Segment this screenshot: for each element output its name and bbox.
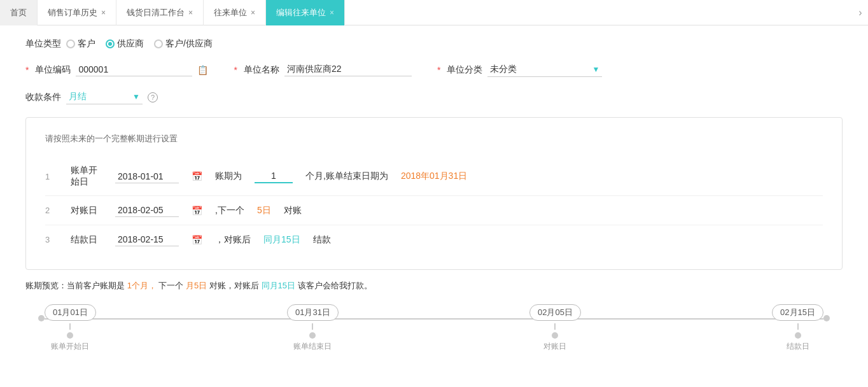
tab-partner-label: 往来单位 xyxy=(214,7,247,18)
row-3-suffix-rest: 结款 xyxy=(313,234,331,246)
row-2-suffix-day: 5日 xyxy=(257,205,271,216)
radio-both[interactable]: 客户/供应商 xyxy=(154,38,213,50)
row-3-num: 3 xyxy=(45,235,58,244)
preview-period-suffix: 下一个 xyxy=(158,281,183,290)
unit-name-required: * xyxy=(234,65,237,75)
radio-supplier-circle xyxy=(106,39,115,48)
tab-partner[interactable]: 往来单位 × xyxy=(204,0,266,25)
timeline-label-1: 账单开始日 xyxy=(51,341,89,352)
row-1-period-label: 账期为 xyxy=(215,171,242,182)
timeline-connector-4 xyxy=(797,323,799,330)
timeline-bubble-1: 01月01日 xyxy=(45,304,96,321)
settings-row-2: 2 对账日 📅 ,下一个 5日 对账 xyxy=(45,196,823,225)
preview-text: 账期预览：当前客户账期是 1个月， 下一个 月5日 对账，对账后 同月15日 该… xyxy=(25,280,843,292)
timeline-connector-2 xyxy=(312,323,313,330)
payment-terms-field: 收款条件 月结 ▼ ? xyxy=(25,90,158,104)
tabs-arrow[interactable]: › xyxy=(853,7,868,18)
timeline-connector-1 xyxy=(69,323,71,330)
tab-partner-close[interactable]: × xyxy=(251,8,255,17)
payment-terms-value: 月结 xyxy=(69,91,132,102)
timeline-dot-3 xyxy=(552,332,558,339)
timeline-label-4: 结款日 xyxy=(787,341,809,352)
unit-type-radio-group: 客户 供应商 客户/供应商 xyxy=(66,38,213,50)
unit-name-input[interactable] xyxy=(284,63,412,76)
row-3-suffix-day: 同月15日 xyxy=(263,234,300,246)
unit-type-label: 单位类型 xyxy=(25,38,61,50)
settings-box: 请按照未来的一个完整帐期进行设置 1 账单开始日 📅 账期为 个月,账单结束日期… xyxy=(25,117,843,270)
unit-category-required: * xyxy=(437,65,440,75)
unit-category-label: 单位分类 xyxy=(447,64,482,76)
payment-terms-dropdown[interactable]: 月结 ▼ xyxy=(66,90,143,104)
tab-sales-history-label: 销售订单历史 xyxy=(48,7,97,18)
settings-row-3: 3 结款日 📅 ，对账后 同月15日 结款 xyxy=(45,225,823,254)
tab-edit-partner-close[interactable]: × xyxy=(330,8,334,17)
radio-supplier[interactable]: 供应商 xyxy=(106,38,144,50)
tab-sales-history[interactable]: 销售订单历史 × xyxy=(38,0,116,25)
row-3-date-input[interactable] xyxy=(115,233,179,246)
row-2-type: 对账日 xyxy=(71,205,102,216)
radio-customer-label: 客户 xyxy=(78,38,95,50)
unit-category-value: 未分类 xyxy=(490,64,592,75)
tab-home-label: 首页 xyxy=(10,7,27,18)
unit-info-row: * 单位编码 📋 * 单位名称 * 单位分类 未分类 ▼ xyxy=(25,62,843,77)
unit-code-label: 单位编码 xyxy=(35,64,71,76)
preview-period: 1个月， xyxy=(127,281,157,290)
settings-row-1: 1 账单开始日 📅 账期为 个月,账单结束日期为 2018年01月31日 xyxy=(45,157,823,196)
timeline-bubble-4: 02月15日 xyxy=(772,304,823,321)
preview-reconcile-label: 对账，对账后 xyxy=(209,281,259,290)
tab-cash-work[interactable]: 钱货日清工作台 × xyxy=(116,0,204,25)
payment-terms-arrow-icon: ▼ xyxy=(132,92,140,101)
row-1-num: 1 xyxy=(45,172,58,181)
tab-sales-history-close[interactable]: × xyxy=(101,8,106,17)
unit-category-field: * 单位分类 未分类 ▼ xyxy=(437,62,602,77)
row-2-suffix-rest: 对账 xyxy=(284,205,302,216)
radio-customer-circle xyxy=(66,39,75,48)
row-1-type: 账单开始日 xyxy=(71,165,102,188)
row-2-calendar-icon[interactable]: 📅 xyxy=(192,206,202,216)
row-2-date-input[interactable] xyxy=(115,204,179,217)
unit-name-label: 单位名称 xyxy=(244,64,279,76)
row-1-calendar-icon[interactable]: 📅 xyxy=(192,171,202,181)
tab-cash-work-close[interactable]: × xyxy=(188,8,193,17)
payment-terms-label: 收款条件 xyxy=(25,92,61,103)
timeline-connector-3 xyxy=(554,323,556,330)
timeline-dot-4 xyxy=(795,332,801,339)
unit-code-field: * 单位编码 📋 xyxy=(25,63,208,76)
unit-name-field: * 单位名称 xyxy=(234,63,411,76)
unit-category-dropdown[interactable]: 未分类 ▼ xyxy=(487,62,602,77)
timeline-point-4: 02月15日 结款日 xyxy=(772,304,823,352)
timeline-bubble-2: 01月31日 xyxy=(287,304,339,321)
payment-terms-row: 收款条件 月结 ▼ ? xyxy=(25,90,843,104)
radio-supplier-label: 供应商 xyxy=(117,38,144,50)
tab-home[interactable]: 首页 xyxy=(0,0,38,25)
timeline-points: 01月01日 账单开始日 01月31日 账单结束日 02月05日 xyxy=(32,304,836,352)
tab-edit-partner[interactable]: 编辑往来单位 × xyxy=(266,0,345,25)
unit-type-row: 单位类型 客户 供应商 客户/供应商 xyxy=(25,38,843,50)
row-2-suffix-prefix: ,下一个 xyxy=(215,205,244,216)
timeline-wrapper: 01月01日 账单开始日 01月31日 账单结束日 02月05日 xyxy=(32,304,836,352)
unit-code-calendar-icon[interactable]: 📋 xyxy=(197,65,208,75)
row-1-period-input[interactable] xyxy=(255,169,293,183)
unit-code-input[interactable] xyxy=(76,63,192,76)
timeline-dot-1 xyxy=(67,332,73,339)
timeline-point-3: 02月05日 对账日 xyxy=(529,304,581,352)
timeline-dot-2 xyxy=(309,332,316,339)
row-3-calendar-icon[interactable]: 📅 xyxy=(192,235,202,245)
unit-category-arrow-icon: ▼ xyxy=(592,65,599,74)
payment-terms-help-icon[interactable]: ? xyxy=(148,92,158,102)
settings-title: 请按照未来的一个完整帐期进行设置 xyxy=(45,133,823,144)
timeline-point-2: 01月31日 账单结束日 xyxy=(287,304,339,352)
preview-section: 账期预览：当前客户账期是 1个月， 下一个 月5日 对账，对账后 同月15日 该… xyxy=(25,270,843,362)
timeline-bubble-3: 02月05日 xyxy=(529,304,581,321)
row-1-period-end-date: 2018年01月31日 xyxy=(401,171,467,182)
radio-customer[interactable]: 客户 xyxy=(66,38,95,50)
timeline-label-3: 对账日 xyxy=(543,341,566,352)
row-1-period-unit: 个月,账单结束日期为 xyxy=(305,171,388,182)
radio-both-label: 客户/供应商 xyxy=(165,38,213,50)
row-2-num: 2 xyxy=(45,206,58,215)
unit-code-required: * xyxy=(25,65,29,75)
row-1-date-input[interactable] xyxy=(115,170,179,183)
preview-pay-day: 同月15日 xyxy=(262,281,295,290)
radio-both-circle xyxy=(154,39,163,48)
preview-pay-label: 该客户会给我打款。 xyxy=(298,281,372,290)
